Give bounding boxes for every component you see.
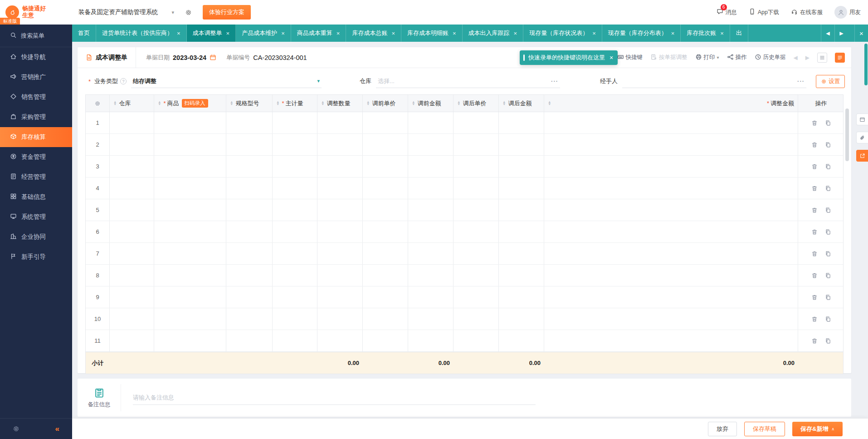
cell-amount-after[interactable]	[499, 178, 544, 199]
copy-row-icon[interactable]	[825, 120, 831, 126]
tab-close-icon[interactable]: ×	[177, 30, 180, 36]
tab-close-icon[interactable]: ×	[281, 30, 285, 36]
cell-warehouse[interactable]	[110, 221, 154, 242]
cell-adjust-qty[interactable]	[317, 112, 363, 133]
cell-price-after[interactable]	[454, 221, 499, 242]
doc-date-value[interactable]: 2023-03-24	[173, 54, 206, 61]
cell-amount-before[interactable]	[408, 330, 454, 351]
copy-row-icon[interactable]	[825, 142, 831, 148]
sort-icon[interactable]: ▲▼	[502, 101, 506, 105]
cell-amount-after[interactable]	[499, 286, 544, 308]
scrollbar-thumb[interactable]	[845, 109, 849, 161]
cell-spec[interactable]	[226, 199, 273, 221]
settings-button[interactable]: 设置	[816, 75, 845, 88]
copy-row-icon[interactable]	[825, 251, 831, 257]
tabs-scroll-left-icon[interactable]: ◀	[821, 25, 834, 42]
tab-cost-adjustment[interactable]: 成本调整单×	[187, 25, 236, 42]
copy-row-icon[interactable]	[825, 272, 831, 279]
cell-product[interactable]	[154, 156, 226, 177]
delete-row-icon[interactable]	[811, 294, 818, 301]
handler-picker-icon[interactable]: ···	[797, 78, 805, 84]
delete-row-icon[interactable]	[811, 163, 818, 170]
copy-row-icon[interactable]	[825, 163, 831, 170]
warehouse-select[interactable]: 选择... ···	[376, 74, 560, 88]
cell-warehouse[interactable]	[110, 156, 154, 177]
cell-amount-before[interactable]	[408, 134, 454, 155]
delete-row-icon[interactable]	[811, 316, 818, 322]
page-scrollbar-thumb[interactable]	[864, 44, 868, 85]
column-header-price-before[interactable]: ▲▼ 调前单价	[363, 95, 408, 112]
app-download-button[interactable]: App下载	[749, 8, 779, 16]
cell-unit[interactable]	[273, 156, 317, 177]
sort-icon[interactable]: ▲▼	[321, 101, 324, 105]
tab-batch-ledger[interactable]: 库存批次账×	[681, 25, 730, 42]
doc-title-tab[interactable]: 成本调整单	[78, 47, 136, 68]
cell-product[interactable]	[154, 199, 226, 221]
cell-price-before[interactable]	[363, 178, 408, 199]
cell-amount-after[interactable]	[499, 199, 544, 221]
cell-amount-before[interactable]	[408, 243, 454, 264]
copy-row-icon[interactable]	[825, 229, 831, 235]
column-header-price-after[interactable]: ▲▼ 调后单价	[454, 95, 499, 112]
cell-amount-before[interactable]	[408, 112, 454, 133]
hotkey-tooltip[interactable]: 快速录单的快捷键说明在这里 ×	[520, 50, 618, 65]
collapse-sidebar-icon[interactable]: «	[55, 425, 59, 433]
column-settings-button[interactable]	[86, 95, 110, 112]
delete-row-icon[interactable]	[811, 142, 818, 148]
cell-price-before[interactable]	[363, 308, 408, 330]
save-draft-button[interactable]: 保存草稿	[744, 422, 785, 436]
system-select[interactable]: 装备及固定资产辅助管理系统 ▾	[78, 8, 174, 16]
cell-price-before[interactable]	[363, 265, 408, 286]
promo-button[interactable]: 体验行业方案	[203, 5, 251, 20]
sort-icon[interactable]: ▲▼	[548, 101, 551, 105]
cell-price-after[interactable]	[454, 178, 499, 199]
sort-icon[interactable]: ▲▼	[158, 101, 161, 105]
delete-row-icon[interactable]	[811, 251, 818, 257]
cell-product[interactable]	[154, 221, 226, 242]
tab-close-icon[interactable]: ×	[671, 30, 675, 36]
cell-unit[interactable]	[273, 199, 317, 221]
sidebar-item-funds[interactable]: 资金管理	[0, 147, 72, 167]
sidebar-item-operations[interactable]: 经营管理	[0, 167, 72, 187]
cell-product[interactable]	[154, 178, 226, 199]
tab-close-icon[interactable]: ×	[592, 30, 596, 36]
cell-adjust-qty[interactable]	[317, 308, 363, 330]
sidebar-item-marketing[interactable]: 营销推广	[0, 67, 72, 87]
cell-amount-after[interactable]	[499, 265, 544, 286]
cell-adjust-qty[interactable]	[317, 243, 363, 264]
cell-spec[interactable]	[226, 308, 273, 330]
cell-price-before[interactable]	[363, 243, 408, 264]
cell-spec[interactable]	[226, 330, 273, 351]
cell-amount-after[interactable]	[499, 156, 544, 177]
tab-close-icon[interactable]: ×	[226, 30, 230, 36]
cell-price-before[interactable]	[363, 330, 408, 351]
tab-cost-recalc[interactable]: 商品成本重算×	[291, 25, 346, 42]
cell-price-after[interactable]	[454, 156, 499, 177]
cell-product[interactable]	[154, 112, 226, 133]
history-button[interactable]: 历史单据	[755, 54, 786, 62]
delete-row-icon[interactable]	[811, 229, 818, 235]
window-tool-icon[interactable]	[856, 113, 868, 125]
cell-unit[interactable]	[273, 308, 317, 330]
cell-product[interactable]	[154, 243, 226, 264]
tab-home[interactable]: 首页	[72, 25, 96, 42]
cell-adjust-amount[interactable]	[544, 265, 798, 286]
cell-warehouse[interactable]	[110, 112, 154, 133]
calendar-icon[interactable]	[210, 54, 216, 61]
tab-close-icon[interactable]: ×	[453, 30, 456, 36]
cell-product[interactable]	[154, 308, 226, 330]
cell-amount-before[interactable]	[408, 178, 454, 199]
discard-button[interactable]: 放弃	[708, 422, 737, 436]
print-button[interactable]: 打印 ▾	[695, 54, 719, 62]
cell-price-after[interactable]	[454, 134, 499, 155]
hotkeys-button[interactable]: 快捷键	[617, 54, 643, 62]
info-icon[interactable]: ?	[120, 78, 127, 84]
delete-row-icon[interactable]	[811, 120, 818, 126]
cell-price-after[interactable]	[454, 330, 499, 351]
biz-type-select[interactable]: 结存调整 ▾	[131, 74, 322, 88]
cell-adjust-amount[interactable]	[544, 308, 798, 330]
save-and-new-button[interactable]: 保存&新增 ∧	[792, 422, 843, 436]
tabs-scroll-right-icon[interactable]: ▶	[834, 25, 848, 42]
cell-price-before[interactable]	[363, 286, 408, 308]
cell-unit[interactable]	[273, 178, 317, 199]
